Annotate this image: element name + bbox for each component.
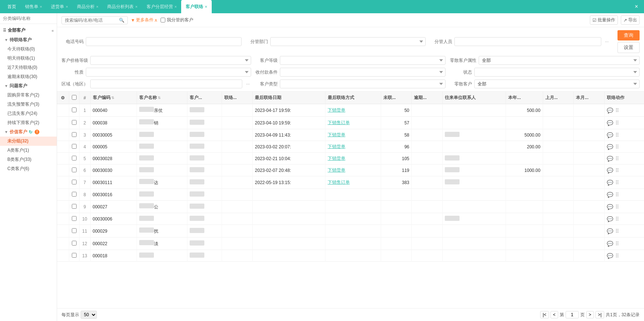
my-customers-checkbox[interactable]: 我分管的客户 bbox=[161, 17, 193, 23]
phone-input[interactable] bbox=[86, 37, 242, 46]
row-checkbox[interactable] bbox=[72, 253, 77, 258]
col-settings[interactable]: ⚙ bbox=[57, 92, 69, 104]
row-checkbox[interactable] bbox=[72, 204, 77, 209]
chat-action-icon[interactable]: 💬 bbox=[607, 216, 613, 222]
close-customer-contact-tab[interactable]: × bbox=[205, 4, 207, 9]
sidebar-item-flow-warning[interactable]: 流失预警客户(3) bbox=[0, 100, 57, 109]
chat-action-icon[interactable]: 💬 bbox=[607, 228, 613, 234]
row-checkbox-cell[interactable] bbox=[69, 250, 79, 262]
row-checkbox-cell[interactable] bbox=[69, 165, 79, 176]
retail-customer-select[interactable]: 全部 bbox=[474, 80, 640, 88]
sidebar-item-unclassified[interactable]: 未分组(32) bbox=[0, 137, 57, 146]
row-checkbox[interactable] bbox=[72, 132, 77, 137]
chat-action-icon[interactable]: 💬 bbox=[607, 180, 613, 186]
reset-button[interactable]: 设置 bbox=[617, 42, 640, 53]
row-checkbox[interactable] bbox=[72, 107, 77, 112]
col-name[interactable]: 客户名称 ⇅ bbox=[137, 92, 187, 104]
row-checkbox-cell[interactable] bbox=[69, 129, 79, 141]
sidebar-item-c-class[interactable]: C类客户(6) bbox=[0, 164, 57, 173]
last-page-btn[interactable]: >| bbox=[595, 311, 604, 318]
row-checkbox-cell[interactable] bbox=[69, 225, 79, 237]
row-checkbox[interactable] bbox=[72, 167, 77, 172]
more-action-icon[interactable]: ⠿ bbox=[615, 167, 619, 173]
row-checkbox-cell[interactable] bbox=[69, 141, 79, 153]
all-customers-header[interactable]: ⠿ 全部客户 « bbox=[0, 25, 57, 35]
main-search-icon[interactable]: 🔍 bbox=[119, 18, 124, 23]
col-contact[interactable]: 联络... bbox=[222, 92, 253, 104]
more-action-icon[interactable]: ⠿ bbox=[615, 180, 619, 186]
close-product-list-tab[interactable]: × bbox=[135, 4, 137, 9]
chat-action-icon[interactable]: 💬 bbox=[607, 107, 613, 113]
row-checkbox-cell[interactable] bbox=[69, 176, 79, 189]
col-unit-contact[interactable]: 往来单位联系人 bbox=[443, 92, 506, 104]
col-last-method[interactable]: 最后联络方式 bbox=[325, 92, 381, 104]
more-action-icon[interactable]: ⠿ bbox=[615, 156, 619, 162]
sidebar-item-a-class[interactable]: A类客户(1) bbox=[0, 146, 57, 155]
chat-action-icon[interactable]: 💬 bbox=[607, 120, 613, 126]
batch-operation-btn[interactable]: ☑ 批量操作 bbox=[590, 15, 618, 25]
row-checkbox-cell[interactable] bbox=[69, 237, 79, 250]
per-page-select[interactable]: 50 bbox=[81, 311, 97, 319]
sidebar-item-today[interactable]: 今天待联络(0) bbox=[0, 45, 57, 54]
row-checkbox[interactable] bbox=[72, 156, 77, 160]
nature-select[interactable] bbox=[86, 68, 251, 77]
chat-action-icon[interactable]: 💬 bbox=[607, 156, 613, 162]
more-action-icon[interactable]: ⠿ bbox=[615, 120, 619, 126]
tab-product-analysis-list[interactable]: 商品分析列表 × bbox=[103, 0, 142, 13]
chat-action-icon[interactable]: 💬 bbox=[607, 144, 613, 150]
payment-select[interactable] bbox=[280, 68, 445, 77]
chat-action-icon[interactable]: 💬 bbox=[607, 204, 613, 210]
dept-select[interactable] bbox=[270, 37, 426, 46]
close-sales-tab[interactable]: × bbox=[40, 4, 42, 9]
sidebar-item-b-class[interactable]: B类客户(33) bbox=[0, 155, 57, 164]
page-input[interactable] bbox=[566, 311, 579, 318]
more-action-icon[interactable]: ⠿ bbox=[615, 132, 619, 138]
prev-page-btn[interactable]: < bbox=[550, 311, 558, 318]
row-checkbox[interactable] bbox=[72, 180, 77, 184]
more-action-icon[interactable]: ⠿ bbox=[615, 216, 619, 222]
sidebar-item-abnormal[interactable]: 固购异常客户(2) bbox=[0, 91, 57, 100]
tab-customer-segment[interactable]: 客户分层经营 × bbox=[142, 0, 181, 13]
sidebar-item-7days[interactable]: 近7天待联络(0) bbox=[0, 63, 57, 72]
last-method-link[interactable]: 下销货单 bbox=[328, 144, 345, 149]
last-method-link[interactable]: 下销货单 bbox=[328, 167, 345, 173]
sidebar-item-lost[interactable]: 已流失客户(24) bbox=[0, 109, 57, 118]
more-conditions-btn[interactable]: ▼ 更多条件 ∧ bbox=[131, 17, 158, 23]
chat-action-icon[interactable]: 💬 bbox=[607, 192, 613, 198]
retail-attr-select[interactable]: 全部 bbox=[479, 56, 640, 65]
sidebar-group-pending[interactable]: ▼ 待联络客户 bbox=[0, 35, 57, 45]
close-product-analysis-tab[interactable]: × bbox=[96, 4, 98, 9]
more-action-icon[interactable]: ⠿ bbox=[615, 253, 619, 259]
row-checkbox[interactable] bbox=[72, 216, 77, 221]
last-method-link[interactable]: 下销售订单 bbox=[328, 120, 350, 125]
more-action-icon[interactable]: ⠿ bbox=[615, 228, 619, 234]
tab-home[interactable]: 首页 bbox=[3, 0, 21, 13]
col-this-month[interactable]: 本月... bbox=[574, 92, 605, 104]
more-action-icon[interactable]: ⠿ bbox=[615, 241, 619, 247]
close-customer-segment-tab[interactable]: × bbox=[175, 4, 177, 9]
last-method-link[interactable]: 下销货单 bbox=[328, 156, 345, 161]
customer-type-select[interactable] bbox=[280, 80, 445, 88]
sidebar-search-input[interactable] bbox=[3, 16, 57, 21]
region-input[interactable] bbox=[90, 80, 242, 88]
status-select[interactable] bbox=[474, 68, 640, 77]
chat-action-icon[interactable]: 💬 bbox=[607, 167, 613, 173]
tab-customer-contact[interactable]: 客户联络 × bbox=[181, 0, 211, 13]
row-checkbox-cell[interactable] bbox=[69, 213, 79, 225]
main-search-input[interactable] bbox=[65, 18, 117, 23]
more-action-icon[interactable]: ⠿ bbox=[615, 204, 619, 210]
col-no-contact[interactable]: 未联... bbox=[381, 92, 412, 104]
row-checkbox[interactable] bbox=[72, 144, 77, 149]
sidebar-item-overdue[interactable]: 逾期未联络(30) bbox=[0, 72, 57, 81]
sidebar-group-problem[interactable]: ▼ 问题客户 bbox=[0, 81, 57, 91]
last-method-link[interactable]: 下销货单 bbox=[328, 132, 345, 137]
last-method-link[interactable]: 下销货单 bbox=[328, 107, 345, 113]
select-all-checkbox[interactable] bbox=[72, 95, 77, 100]
more-action-icon[interactable]: ⠿ bbox=[615, 144, 619, 150]
tab-sales[interactable]: 销售单 × bbox=[21, 0, 46, 13]
collapse-icon[interactable]: « bbox=[52, 28, 54, 33]
row-checkbox[interactable] bbox=[72, 120, 77, 125]
region-dots[interactable]: ··· bbox=[244, 81, 251, 87]
chat-action-icon[interactable]: 💬 bbox=[607, 241, 613, 247]
col-last-month[interactable]: 上月... bbox=[543, 92, 574, 104]
